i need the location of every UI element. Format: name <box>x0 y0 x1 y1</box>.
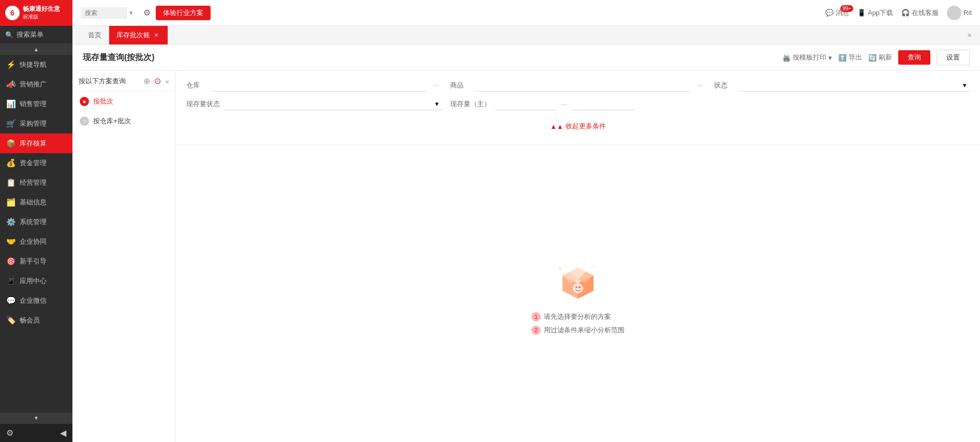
sidebar-item-label: 库存核算 <box>20 139 47 148</box>
add-scheme-btn[interactable]: ⊕ <box>143 76 150 86</box>
collapse-icon[interactable]: ◀ <box>60 428 66 438</box>
sidebar-item-marketing[interactable]: 📣 营销推广 <box>0 75 72 94</box>
member-icon: 🏷️ <box>6 316 16 325</box>
sidebar-item-purchase[interactable]: 🛒 采购管理 <box>0 114 72 134</box>
sidebar-item-sales[interactable]: 📊 销售管理 <box>0 94 72 114</box>
messages-btn[interactable]: 💬 消息 99+ <box>825 8 849 18</box>
scheme-settings-icon[interactable]: ⊙ <box>154 76 161 86</box>
scheme-icon-red: ● <box>80 97 89 106</box>
product-more-btn[interactable]: ··· <box>694 81 706 90</box>
stock-qty-label: 现存量（主） <box>450 99 491 109</box>
export-icon: ⬆️ <box>838 54 847 62</box>
tab-close-right-btn[interactable]: × <box>967 31 972 39</box>
sidebar-item-inventory[interactable]: 📦 库存核算 <box>0 134 72 153</box>
refresh-label: 刷新 <box>879 53 892 62</box>
stock-status-select[interactable]: ▾ <box>224 98 442 110</box>
tab-home[interactable]: 首页 <box>81 26 109 45</box>
collapse-panel-btn[interactable]: « <box>165 77 169 85</box>
sidebar-item-label: 采购管理 <box>20 119 47 128</box>
messages-badge: 99+ <box>840 5 853 12</box>
warehouse-more-btn[interactable]: ··· <box>430 81 442 90</box>
sidebar-item-wechat[interactable]: 💬 企业微信 <box>0 291 72 311</box>
sidebar-item-quicknav[interactable]: ⚡ 快捷导航 <box>0 55 72 75</box>
page-actions: 🖨️ 按模板打印 ▾ ⬆️ 导出 🔄 刷新 查询 设置 <box>782 50 970 65</box>
sidebar-item-enterprise[interactable]: 🤝 企业协同 <box>0 232 72 252</box>
topbar: ▾ ⚙ 体验行业方案 💬 消息 99+ 📱 App下载 🎧 在线客服 Rit <box>72 0 980 26</box>
warehouse-input[interactable] <box>211 79 426 92</box>
scheme-item-warehouse-batch[interactable]: ○ 按仓库+批次 <box>72 111 175 131</box>
filter-warehouse: 仓库 ··· <box>186 79 442 92</box>
stock-qty-min-input[interactable] <box>495 98 557 110</box>
sidebar-item-operations[interactable]: 📋 经营管理 <box>0 173 72 193</box>
headset-icon: 🎧 <box>901 9 910 17</box>
inventory-icon: 📦 <box>6 139 16 148</box>
enterprise-icon: 🤝 <box>6 237 16 246</box>
tab-close-btn[interactable]: × <box>152 31 160 39</box>
purchase-icon: 🛒 <box>6 119 16 128</box>
export-btn[interactable]: ⬆️ 导出 <box>838 53 862 62</box>
content-area: 按以下方案查询 ⊕ ⊙ « ● 按批次 ○ 按仓库+批次 <box>72 71 980 442</box>
sidebar-item-label: 应用中心 <box>20 276 47 286</box>
refresh-btn[interactable]: 🔄 刷新 <box>868 53 892 62</box>
sidebar-item-appstore[interactable]: 📱 应用中心 <box>0 271 72 291</box>
app-download-label: App下载 <box>868 8 893 18</box>
topbar-search-input[interactable] <box>81 7 127 19</box>
filter-area: 仓库 ··· 商品 ··· 状态 ▾ <box>176 71 980 145</box>
topbar-dropdown-icon[interactable]: ▾ <box>129 9 133 17</box>
tab-inventory-batch[interactable]: 库存批次账 × <box>109 26 168 45</box>
marketing-icon: 📣 <box>6 80 16 89</box>
empty-state-illustration: ✦ ✦ ✦ <box>552 252 604 304</box>
online-service-btn[interactable]: 🎧 在线客服 <box>901 8 939 18</box>
svg-text:✦: ✦ <box>583 260 585 263</box>
sidebar-item-system[interactable]: ⚙️ 系统管理 <box>0 212 72 232</box>
settings-btn[interactable]: 设置 <box>937 50 970 65</box>
sidebar-scroll-down[interactable]: ▼ <box>0 412 72 423</box>
online-service-label: 在线客服 <box>912 8 939 18</box>
sidebar-header: 6 畅康通好生意 标准版 <box>0 0 72 26</box>
status-select[interactable]: ▾ <box>739 79 970 92</box>
tab-active-label: 库存批次账 <box>116 31 150 40</box>
scheme-label-batch: 按批次 <box>93 97 113 106</box>
user-avatar[interactable]: Rit <box>947 6 972 20</box>
scheme-item-batch[interactable]: ● 按批次 <box>72 92 175 111</box>
collapse-icon: ▲▲ <box>550 123 563 130</box>
sidebar-item-finance[interactable]: 💰 资金管理 <box>0 153 72 173</box>
warehouse-label: 仓库 <box>186 81 207 90</box>
collapse-label: 收起更多条件 <box>566 122 606 131</box>
sidebar-item-member[interactable]: 🏷️ 畅会员 <box>0 311 72 330</box>
page-header: 现存量查询(按批次) 🖨️ 按模板打印 ▾ ⬆️ 导出 🔄 刷新 查询 设置 <box>72 45 980 71</box>
status-label: 状态 <box>714 81 735 90</box>
stock-qty-max-input[interactable] <box>572 98 634 110</box>
sidebar-scroll-up[interactable]: ▲ <box>0 44 72 55</box>
sidebar-logo: 6 <box>5 6 20 20</box>
sidebar-item-label: 企业微信 <box>20 296 47 305</box>
app-download-btn[interactable]: 📱 App下载 <box>857 8 893 18</box>
sidebar-search[interactable]: 🔍 搜索菜单 <box>0 26 72 44</box>
filter-product: 商品 ··· <box>450 79 706 92</box>
print-label: 按模板打印 <box>793 53 826 62</box>
filter-row-1: 仓库 ··· 商品 ··· 状态 ▾ <box>186 79 970 92</box>
sidebar-item-newuser[interactable]: 🎯 新手引导 <box>0 252 72 271</box>
avatar-img <box>947 6 961 20</box>
left-panel: 按以下方案查询 ⊕ ⊙ « ● 按批次 ○ 按仓库+批次 <box>72 71 176 442</box>
sidebar-item-label: 基础信息 <box>20 198 47 207</box>
collapse-more-btn[interactable]: ▲▲ 收起更多条件 <box>186 116 970 136</box>
stock-status-label: 现存量状态 <box>186 99 220 109</box>
industry-btn[interactable]: 体验行业方案 <box>156 6 211 20</box>
left-panel-title: 按以下方案查询 <box>79 77 126 86</box>
system-icon: ⚙️ <box>6 217 16 227</box>
print-btn[interactable]: 🖨️ 按模板打印 ▾ <box>782 53 832 62</box>
empty-tip-2: 2 用过滤条件来缩小分析范围 <box>531 326 625 335</box>
filter-row-2: 现存量状态 ▾ 现存量（主） — <box>186 98 970 110</box>
quicknav-icon: ⚡ <box>6 60 16 69</box>
newuser-icon: 🎯 <box>6 257 16 266</box>
right-panel: 仓库 ··· 商品 ··· 状态 ▾ <box>176 71 980 442</box>
sidebar-item-basic[interactable]: 🗂️ 基础信息 <box>0 193 72 212</box>
settings-icon[interactable]: ⚙ <box>6 428 13 438</box>
product-input[interactable] <box>475 79 690 92</box>
query-btn[interactable]: 查询 <box>898 50 930 65</box>
sales-icon: 📊 <box>6 99 16 109</box>
stock-qty-separator: — <box>561 100 568 108</box>
topbar-settings-icon[interactable]: ⚙ <box>143 8 151 18</box>
tip-2-text: 用过滤条件来缩小分析范围 <box>544 326 625 335</box>
